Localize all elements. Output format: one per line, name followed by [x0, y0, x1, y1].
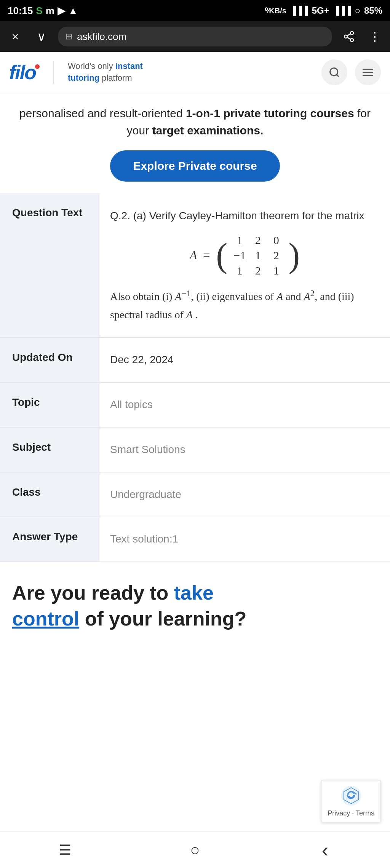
bottom-cta-section: Are you ready to take control of your le… [0, 562, 390, 670]
logo-dot [35, 64, 40, 69]
matrix-display: A = ( 1 2 0 −1 1 2 1 2 1 ) [110, 233, 379, 278]
status-signal2-icon: ▐▐▐ [333, 6, 351, 16]
tagline-text1: World's only [68, 61, 115, 71]
status-battery-circle: ○ [355, 5, 360, 16]
cta-heading: Are you ready to take control of your le… [12, 580, 378, 632]
svg-line-3 [347, 37, 350, 39]
question-text-label: Question Text [0, 193, 99, 337]
bottom-navigation: ☰ ○ ‹ [0, 831, 390, 868]
table-row: Answer Type Text solution:1 [0, 517, 390, 562]
table-row: Updated On Dec 22, 2024 [0, 338, 390, 383]
tagline-tutoring: tutoring [68, 73, 99, 83]
promo-bold2: target examinations. [152, 124, 263, 137]
question-extra: Also obtain (i) A−1, (ii) eigenvalues of… [110, 286, 379, 324]
updated-on-value: Dec 22, 2024 [99, 338, 390, 382]
url-bar[interactable]: ⊞ askfilo.com [58, 27, 332, 46]
recaptcha-privacy-terms[interactable]: Privacy · Terms [328, 809, 374, 817]
question-text-value: Q.2. (a) Verify Cayley-Hamilton theorem … [99, 193, 390, 337]
table-row: Question Text Q.2. (a) Verify Cayley-Ham… [0, 193, 390, 338]
home-circle-icon: ○ [190, 841, 200, 859]
table-row: Class Undergraduate [0, 472, 390, 517]
class-value: Undergraduate [99, 472, 390, 517]
nav-back-button[interactable]: ‹ [310, 839, 340, 862]
nav-home-button[interactable]: ○ [180, 839, 210, 862]
topic-label: Topic [0, 383, 99, 427]
answer-type-value: Text solution:1 [99, 517, 390, 562]
matrix-bracket-left: ( [216, 242, 227, 269]
svg-line-4 [347, 34, 350, 36]
status-signal-icon: ▐▐▐ [290, 6, 308, 16]
status-cloud-icon: ▲ [68, 5, 78, 17]
tagline-text2: platform [99, 73, 132, 83]
status-bar: 10:15 S m ▶ ▲ ⁰⁄KB/s ▐▐▐ 5G+ ▐▐▐ ○ 85% [0, 0, 390, 21]
svg-point-5 [330, 68, 338, 76]
header-tagline: World's only instant tutoring platform [68, 61, 314, 84]
status-data-icon: ⁰⁄KB/s [265, 6, 286, 15]
status-time: 10:15 [8, 5, 33, 17]
logo-text: filo [9, 61, 36, 84]
site-header: filo World's only instant tutoring platf… [0, 52, 390, 93]
hamburger-icon: ☰ [59, 842, 71, 858]
cta-take: take [174, 582, 214, 604]
matrix-label: A [190, 245, 197, 265]
question-intro: Q.2. (a) Verify Cayley-Hamilton theorem … [110, 207, 379, 225]
answer-type-label: Answer Type [0, 517, 99, 562]
chevron-down-button[interactable]: ∨ [32, 27, 50, 46]
question-section: Question Text Q.2. (a) Verify Cayley-Ham… [0, 193, 390, 562]
svg-line-6 [337, 75, 339, 77]
table-row: Topic All topics [0, 383, 390, 428]
browser-nav-bar: × ∨ ⊞ askfilo.com ⋮ [0, 21, 390, 52]
close-button[interactable]: × [6, 27, 24, 46]
lock-icon: ⊞ [66, 32, 72, 41]
menu-button[interactable] [355, 59, 381, 85]
topic-value: All topics [99, 383, 390, 427]
nav-menu-button[interactable]: ☰ [50, 839, 80, 862]
header-divider [53, 61, 54, 84]
promo-bold1: 1-on-1 private tutoring courses [186, 107, 354, 120]
share-button[interactable] [340, 27, 358, 46]
svg-point-1 [344, 35, 347, 38]
status-right: ⁰⁄KB/s ▐▐▐ 5G+ ▐▐▐ ○ 85% [265, 5, 382, 16]
status-m: m [46, 5, 54, 17]
matrix-bracket-right: ) [288, 242, 300, 269]
tagline-instant: instant [115, 61, 143, 71]
status-left: 10:15 S m ▶ ▲ [8, 5, 78, 17]
status-5g: 5G+ [312, 5, 329, 16]
cta-control: control [12, 608, 79, 630]
search-button[interactable] [321, 59, 347, 85]
recaptcha-badge[interactable]: Privacy · Terms [321, 780, 381, 822]
subject-label: Subject [0, 428, 99, 472]
table-row: Subject Smart Solutions [0, 428, 390, 472]
back-chevron-icon: ‹ [322, 839, 328, 862]
status-battery: 85% [364, 5, 382, 16]
promo-text-part1: personalised and result-oriented [19, 107, 186, 120]
promo-section: personalised and result-oriented 1-on-1 … [0, 93, 390, 193]
updated-on-label: Updated On [0, 338, 99, 382]
status-s: S [36, 5, 43, 17]
more-options-button[interactable]: ⋮ [366, 27, 384, 46]
filo-logo[interactable]: filo [9, 61, 40, 84]
class-label: Class [0, 472, 99, 517]
subject-value: Smart Solutions [99, 428, 390, 472]
cta-text-part3: of your learning? [79, 608, 246, 630]
explore-private-course-button[interactable]: Explore Private course [110, 150, 280, 182]
cta-text-part1: Are you ready to [12, 582, 174, 604]
svg-point-2 [350, 38, 353, 41]
recaptcha-icon [340, 785, 362, 806]
url-text: askfilo.com [77, 31, 126, 43]
promo-text: personalised and result-oriented 1-on-1 … [12, 105, 378, 139]
status-recording-icon: ▶ [58, 5, 65, 17]
svg-point-0 [350, 32, 353, 35]
matrix-values: 1 2 0 −1 1 2 1 2 1 [227, 233, 288, 278]
